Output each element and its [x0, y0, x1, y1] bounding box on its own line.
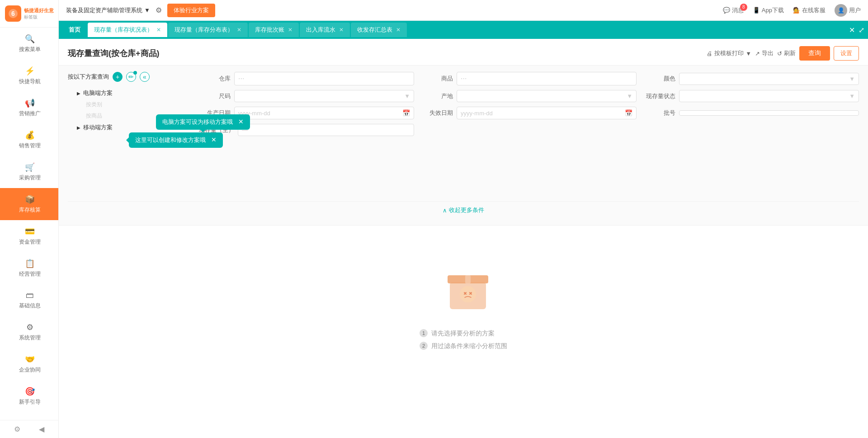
- stock-status-select[interactable]: ▼: [679, 90, 859, 102]
- tab-inout-flow[interactable]: 出入库流水 ✕: [300, 23, 350, 37]
- collapse-row: ∧ 收起更多条件: [68, 201, 859, 219]
- back-icon: «: [143, 74, 146, 80]
- operations-icon: 📋: [25, 259, 35, 268]
- sidebar-item-operations[interactable]: 📋 经营管理: [0, 252, 58, 284]
- refresh-icon: ↺: [777, 50, 782, 57]
- export-button[interactable]: ↗ 导出: [755, 49, 774, 57]
- sidebar-item-guide[interactable]: 🎯 新手引导: [0, 380, 58, 412]
- collapse-button[interactable]: ∧ 收起更多条件: [443, 206, 484, 214]
- filter-area: 按以下方案查询 + ✏ « 电脑方案可设为移动方案哦 ✕: [59, 66, 868, 226]
- tab-close-batch-ledger[interactable]: ✕: [288, 27, 292, 33]
- sidebar-item-inventory[interactable]: 📦 库存核算: [0, 188, 58, 220]
- filter-row-1: 仓库 ··· 商品 ··· 颜色: [199, 72, 859, 85]
- sidebar-item-enterprise[interactable]: 🤝 企业协同: [0, 348, 58, 380]
- tab-bar: 首页 现存量（库存状况表） ✕ 现存量（库存分布表） ✕ 库存批次账 ✕ 出入库…: [59, 21, 868, 39]
- tab-close-inout-flow[interactable]: ✕: [339, 27, 344, 33]
- sidebar-item-quick-nav[interactable]: ⚡ 快捷导航: [0, 60, 58, 92]
- filter-row-2: 尺码 ▼ 产地 ▼: [199, 90, 859, 102]
- size-select[interactable]: ▼: [234, 90, 414, 102]
- tab-inventory-status[interactable]: 现存量（库存状况表） ✕: [88, 23, 167, 37]
- message-icon: 💬: [723, 7, 730, 14]
- user-area[interactable]: 👤 用户: [835, 4, 861, 17]
- sidebar-item-label: 采购管理: [19, 174, 41, 182]
- sidebar-item-sales[interactable]: 💰 销售管理: [0, 124, 58, 156]
- tab-inventory-dist[interactable]: 现存量（库存分布表） ✕: [168, 23, 248, 37]
- settings-icon[interactable]: ⚙: [14, 425, 20, 433]
- tooltip-close-2[interactable]: ✕: [211, 136, 217, 143]
- calendar-icon-2[interactable]: 📅: [625, 109, 632, 117]
- tooltip-create-scheme: 这里可以创建和修改方案哦 ✕: [129, 132, 223, 148]
- message-button[interactable]: 💬 消息 8: [723, 6, 744, 14]
- gear-icon[interactable]: ⚙: [156, 6, 162, 14]
- header-right: 💬 消息 8 📱 App下载 💁 在线客服 👤 用户: [723, 4, 861, 17]
- sidebar-item-basic-info[interactable]: 🗃 基础信息: [0, 284, 58, 316]
- sidebar-nav: 🔍 搜索菜单 ⚡ 快捷导航 📢 营销推广 💰 销售管理 🛒 采购管理 📦 库存核…: [0, 28, 58, 420]
- stock-status-label: 现存量状态: [644, 92, 675, 100]
- sidebar-item-purchase[interactable]: 🛒 采购管理: [0, 156, 58, 188]
- svg-rect-4: [465, 275, 471, 283]
- calendar-icon[interactable]: 📅: [402, 109, 410, 117]
- message-badge: 8: [740, 4, 747, 11]
- sidebar-item-label: 资金管理: [19, 238, 41, 246]
- reset-button[interactable]: 设置: [834, 46, 859, 61]
- tab-expand-icon[interactable]: ⤢: [859, 26, 864, 34]
- page-top-actions: 🖨 按模板打印 ▼ ↗ 导出 ↺ 刷新 查询 设置: [707, 46, 859, 61]
- inventory-icon: 📦: [25, 194, 35, 204]
- sidebar-item-label: 经营管理: [19, 270, 41, 278]
- sidebar-item-system[interactable]: ⚙ 系统管理: [0, 316, 58, 348]
- chevron-down-icon: ▼: [144, 7, 150, 14]
- sidebar-item-search[interactable]: 🔍 搜索菜单: [0, 28, 58, 60]
- origin-select[interactable]: ▼: [457, 90, 637, 102]
- tab-batch-ledger[interactable]: 库存批次账 ✕: [249, 23, 299, 37]
- sidebar-item-marketing[interactable]: 📢 营销推广: [0, 92, 58, 124]
- print-icon: 🖨: [707, 50, 712, 57]
- refresh-button[interactable]: ↺ 刷新: [777, 49, 796, 57]
- query-button[interactable]: 查询: [799, 46, 830, 61]
- tooltip-close-1[interactable]: ✕: [238, 118, 244, 125]
- tab-close-all-icon[interactable]: ✕: [849, 26, 855, 34]
- print-button[interactable]: 🖨 按模板打印 ▼: [707, 49, 751, 57]
- batch-no-input[interactable]: [679, 110, 859, 116]
- tab-close-inventory-status[interactable]: ✕: [156, 27, 161, 33]
- online-support-button[interactable]: 💁 在线客服: [793, 6, 826, 14]
- sidebar-item-label: 营销推广: [19, 110, 41, 118]
- sidebar-item-label: 销售管理: [19, 142, 41, 150]
- batch-no-label: 批号: [644, 109, 675, 117]
- expire-date-input[interactable]: yyyy-mm-dd 📅: [457, 107, 637, 119]
- tab-close-inventory-dist[interactable]: ✕: [237, 27, 241, 33]
- page-title: 现存量查询(按仓库+商品): [68, 48, 160, 59]
- sidebar-item-label: 系统管理: [19, 334, 41, 342]
- app-download-button[interactable]: 📱 App下载: [753, 6, 784, 14]
- sidebar-item-label: 企业协同: [19, 366, 41, 374]
- size-label: 尺码: [199, 92, 231, 100]
- filter-stock-status: 现存量状态 ▼: [644, 90, 859, 102]
- warehouse-label: 仓库: [199, 75, 231, 83]
- header-left: 装备及固定资产辅助管理系统 ▼ ⚙ 体验行业方案: [66, 4, 215, 17]
- edit-scheme-button[interactable]: ✏: [126, 72, 136, 82]
- color-select[interactable]: ▼: [679, 73, 859, 85]
- logo-area: 6 畅捷通好生意 标签版: [0, 0, 58, 28]
- empty-tips: 1 请先选择要分析的方案 2 用过滤条件来缩小分析范围: [420, 327, 507, 352]
- warehouse-select[interactable]: ···: [234, 72, 414, 85]
- system-select[interactable]: 装备及固定资产辅助管理系统 ▼: [66, 6, 150, 14]
- support-icon: 💁: [793, 7, 800, 14]
- tab-home[interactable]: 首页: [62, 23, 87, 37]
- stock-main-input[interactable]: —: [238, 124, 414, 136]
- tooltip-scheme: 电脑方案可设为移动方案哦 ✕: [156, 114, 250, 130]
- filter-row-3: 生产日期 yyyy-mm-dd 📅 失效日期 yyyy-mm-dd 📅: [199, 107, 859, 119]
- sidebar-item-assets[interactable]: 💳 资金管理: [0, 220, 58, 252]
- tab-receive-send[interactable]: 收发存汇总表 ✕: [351, 23, 407, 37]
- goods-select[interactable]: ···: [457, 72, 637, 85]
- empty-tip-1: 1 请先选择要分析的方案: [420, 327, 507, 339]
- tab-close-receive-send[interactable]: ✕: [396, 27, 401, 33]
- produce-date-input[interactable]: yyyy-mm-dd 📅: [234, 107, 414, 119]
- back-scheme-button[interactable]: «: [140, 72, 150, 82]
- chevron-down-icon: ▼: [849, 75, 855, 82]
- trial-button[interactable]: 体验行业方案: [167, 4, 215, 17]
- filter-goods: 商品 ···: [421, 72, 637, 85]
- empty-state: 1 请先选择要分析的方案 2 用过滤条件来缩小分析范围: [59, 226, 868, 388]
- collapse-icon[interactable]: ◀: [39, 425, 44, 433]
- main-content: 装备及固定资产辅助管理系统 ▼ ⚙ 体验行业方案 💬 消息 8 📱 App下载 …: [59, 0, 868, 438]
- download-icon: 📱: [753, 7, 760, 14]
- add-scheme-button[interactable]: +: [113, 72, 123, 82]
